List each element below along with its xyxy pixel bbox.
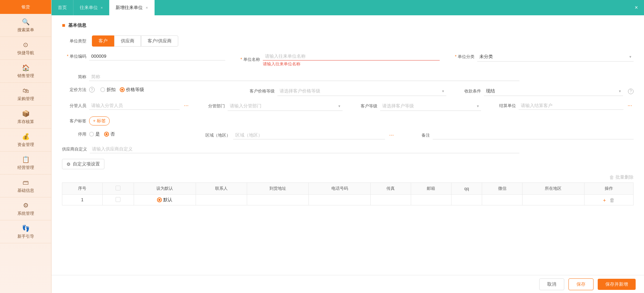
pricing-radio-level[interactable]: 价格等级 — [120, 87, 144, 93]
unit-btn-customer[interactable]: 客户 — [92, 35, 114, 47]
row-actions: + 🗑 — [584, 195, 633, 205]
tab-home[interactable]: 首页 — [52, 0, 73, 15]
customer-level-select[interactable]: 请选择客户等级 ▾ — [380, 101, 481, 111]
delete-row-button[interactable]: 🗑 — [610, 197, 615, 203]
row-contact[interactable] — [196, 195, 247, 205]
save-button[interactable]: 保存 — [568, 278, 594, 290]
manager-input[interactable] — [89, 101, 180, 110]
short-name-input[interactable] — [89, 73, 519, 81]
unit-name-field: 单位名称 请输入往来单位名称 — [236, 52, 440, 67]
customer-price-placeholder: 请选择客户价格等级 — [280, 88, 442, 94]
unit-name-wrapper: 请输入往来单位名称 — [263, 52, 440, 67]
sidebar-item-inventory[interactable]: 📦 库存核算 — [0, 106, 51, 129]
system-icon: ⚙ — [22, 202, 30, 209]
section-icon: ■ — [62, 22, 65, 29]
chevron-down-icon: ▾ — [629, 55, 631, 59]
tab-new-label: 新增往来单位 — [116, 5, 143, 11]
manager-dots-button[interactable]: ··· — [182, 103, 190, 109]
col-address: 到货地址 — [247, 183, 309, 195]
sidebar-logo: 银货 — [0, 0, 51, 14]
default-label: 默认 — [163, 197, 172, 203]
sidebar-item-label: 快捷导航 — [17, 50, 34, 56]
table-header: 序号 设为默认 联系人 到货地址 电话号码 传真 邮箱 qq 微信 所在地区 操… — [62, 183, 634, 195]
finance-icon: 💰 — [22, 133, 30, 140]
sidebar-item-operations[interactable]: 📋 经营管理 — [0, 152, 51, 174]
row-default-radio[interactable]: 默认 — [138, 197, 192, 203]
chevron-down-icon: ▾ — [477, 104, 479, 108]
radio-yes-circle — [89, 132, 94, 137]
disable-radio-no[interactable]: 否 — [104, 131, 115, 137]
row-phone[interactable] — [309, 195, 371, 205]
window-close-button[interactable]: × — [629, 0, 644, 15]
customer-level-field: 客户等级 请选择客户等级 ▾ — [353, 101, 481, 111]
sidebar-item-label: 系统管理 — [17, 211, 34, 217]
pricing-level-label: 价格等级 — [126, 87, 144, 93]
sidebar-item-quicknav[interactable]: ⊙ 快捷导航 — [0, 37, 51, 60]
tab-counterparty[interactable]: 往来单位 × — [73, 0, 109, 15]
chevron-down-icon: ▾ — [442, 89, 444, 93]
settlement-input[interactable] — [519, 101, 623, 110]
row-checkbox-box[interactable] — [116, 197, 120, 202]
unit-name-input[interactable] — [263, 52, 440, 60]
sidebar-item-purchase[interactable]: 🛍 采购管理 — [0, 83, 51, 106]
add-tag-button[interactable]: + 标签 — [89, 116, 110, 125]
row-wechat[interactable] — [482, 195, 523, 205]
region-label: 区域（地区） — [205, 132, 230, 138]
sidebar-item-finance[interactable]: 💰 资金管理 — [0, 129, 51, 152]
unit-btn-supplier[interactable]: 供应商 — [114, 35, 141, 47]
region-input[interactable] — [233, 131, 385, 139]
col-default: 设为默认 — [134, 183, 196, 195]
sidebar-item-base[interactable]: 🗃 基础信息 — [0, 174, 51, 197]
row-email[interactable] — [411, 195, 451, 205]
payment-terms-select[interactable]: 现结 ▾ — [484, 87, 623, 96]
supplier-custom-input[interactable] — [90, 145, 519, 153]
radio-level-circle — [120, 87, 125, 92]
sidebar-item-guide[interactable]: 👣 新手引导 — [0, 220, 51, 243]
unit-code-input[interactable] — [89, 52, 225, 60]
settlement-dots-button[interactable]: ··· — [626, 103, 634, 109]
disable-field: 停用 是 否 — [62, 131, 195, 137]
sidebar-item-label: 基础信息 — [17, 188, 34, 194]
header-checkbox[interactable] — [116, 186, 120, 190]
search-icon: 🔍 — [22, 18, 30, 26]
sidebar-item-sales[interactable]: 🏠 销售管理 — [0, 60, 51, 83]
row-address[interactable] — [247, 195, 309, 205]
save-new-button[interactable]: 保存并新增 — [598, 279, 636, 290]
cancel-button[interactable]: 取消 — [539, 278, 564, 290]
sales-icon: 🏠 — [22, 64, 30, 72]
supplier-custom-field: 供应商自定义 — [62, 145, 519, 153]
region-dots-button[interactable]: ··· — [388, 132, 395, 138]
remark-label: 备注 — [406, 132, 430, 138]
tab-counterparty-close[interactable]: × — [101, 6, 103, 10]
unit-info-row: 单位编码 单位名称 请输入往来单位名称 单位分类 未分类 ▾ — [62, 52, 634, 67]
sidebar-item-label: 库存核算 — [17, 119, 34, 125]
sidebar-item-system[interactable]: ⚙ 系统管理 — [0, 197, 51, 220]
main-area: 首页 往来单位 × 新增往来单位 × × ■ 基本信息 单位类型 客户 供应商 — [52, 0, 644, 293]
sidebar-item-label: 销售管理 — [17, 73, 34, 79]
row-region[interactable] — [523, 195, 584, 205]
row-fax[interactable] — [370, 195, 411, 205]
unit-category-select[interactable]: 未分类 ▾ — [477, 52, 634, 62]
disable-radio-yes[interactable]: 是 — [89, 131, 100, 137]
col-contact: 联系人 — [196, 183, 247, 195]
row-checkbox — [102, 195, 134, 205]
department-field: 分管部门 请输入分管部门 ▾ — [201, 101, 343, 111]
pricing-radio-discount[interactable]: 折扣 — [100, 87, 116, 93]
chevron-down-icon: ▾ — [619, 89, 621, 93]
department-select[interactable]: 请输入分管部门 ▾ — [228, 101, 343, 111]
pricing-help-icon[interactable]: ? — [89, 87, 95, 92]
sidebar-item-search[interactable]: 🔍 搜索菜单 — [0, 14, 51, 37]
payment-help-icon[interactable]: ? — [628, 89, 634, 94]
batch-delete-label[interactable]: 批量删除 — [615, 174, 634, 180]
tab-new-close[interactable]: × — [146, 6, 148, 10]
tab-new-counterparty[interactable]: 新增往来单位 × — [109, 0, 154, 15]
row-qq[interactable] — [451, 195, 482, 205]
customer-price-select[interactable]: 请选择客户价格等级 ▾ — [277, 87, 446, 96]
radio-discount-circle — [100, 87, 105, 92]
unit-category-value: 未分类 — [479, 54, 629, 60]
unit-btn-both[interactable]: 客户/供应商 — [141, 35, 178, 47]
remark-input[interactable] — [433, 131, 634, 139]
custom-settings-button[interactable]: ⚙ 自定义项设置 — [62, 159, 104, 169]
add-row-button[interactable]: + — [603, 197, 606, 203]
custom-settings-label: 自定义项设置 — [73, 161, 100, 167]
